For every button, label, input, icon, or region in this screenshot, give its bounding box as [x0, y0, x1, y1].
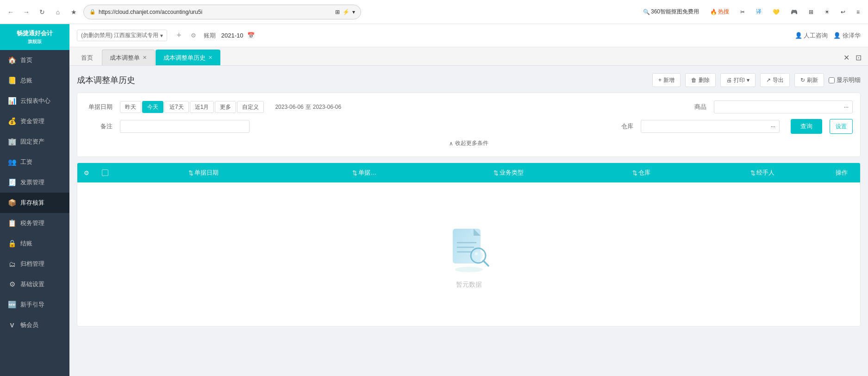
close-all-tabs-btn[interactable]: ✕	[840, 51, 852, 63]
sidebar-item-reports[interactable]: 📊 云报表中心	[0, 91, 69, 111]
show-detail-checkbox-wrapper[interactable]: 显示明细	[829, 76, 861, 84]
tab-home[interactable]: 首页	[73, 50, 101, 65]
tab-cost-history-close[interactable]: ✕	[208, 55, 212, 61]
sidebar-item-fixed-assets-label: 固定资产	[20, 138, 44, 146]
back-button[interactable]: ←	[5, 6, 17, 18]
sidebar-item-tax[interactable]: 📋 税务管理	[0, 213, 69, 233]
brightness-btn[interactable]: ☀	[821, 6, 833, 19]
bookmark-button[interactable]: ★	[68, 6, 80, 18]
remark-label: 备注	[85, 122, 112, 131]
date-more-btn[interactable]: 更多	[215, 101, 236, 113]
sidebar-item-close[interactable]: 🔒 结账	[0, 233, 69, 254]
query-btn[interactable]: 查询	[791, 119, 822, 134]
table-header-checkbox[interactable]	[96, 169, 114, 176]
content-area: 成本调整单历史 + 新增 🗑 删除 🖨 打印 ▾	[69, 66, 868, 376]
docno-col-text: 单据…	[358, 169, 376, 177]
sidebar-item-invoices[interactable]: 🧾 发票管理	[0, 172, 69, 193]
tab-cost-adjust-close[interactable]: ✕	[143, 55, 147, 61]
delete-btn[interactable]: 🗑 删除	[685, 73, 716, 87]
game-btn[interactable]: 🎮	[787, 6, 801, 19]
table-header-operator[interactable]: ⇅ 经手人	[702, 169, 823, 177]
delete-icon: 🗑	[691, 77, 697, 83]
sidebar-item-payroll[interactable]: 👥 工资	[0, 152, 69, 172]
sidebar-item-home[interactable]: 🏠 首页	[0, 50, 69, 70]
user-service-icon: 👤	[795, 32, 802, 39]
company-dropdown-icon: ▾	[160, 32, 163, 39]
sidebar-item-vip[interactable]: V 畅会员	[0, 315, 69, 335]
calendar-icon[interactable]: 📅	[247, 32, 255, 39]
show-detail-checkbox[interactable]	[829, 77, 835, 83]
filter-settings-label: 设置	[836, 123, 847, 131]
translate-btn[interactable]: 译	[752, 6, 765, 19]
sidebar-item-fixed-assets[interactable]: 🏢 固定资产	[0, 132, 69, 152]
date-yesterday-btn[interactable]: 昨天	[120, 101, 141, 113]
wallet-btn[interactable]: 💛	[769, 6, 783, 19]
table-header-doc-no[interactable]: ⇅ 单据…	[293, 169, 437, 177]
header-checkbox[interactable]	[102, 169, 108, 176]
app-logo: 畅捷通好会计 旗舰版	[0, 24, 69, 50]
tab-cost-history-label: 成本调整单历史	[163, 54, 206, 62]
settings-gear-btn[interactable]: ⚙	[191, 32, 196, 39]
search-tool-btn[interactable]: 🔍 360智能抠图免费用	[639, 6, 703, 19]
remark-input[interactable]	[120, 120, 250, 133]
filter-settings-btn[interactable]: 设置	[830, 119, 853, 134]
sidebar-item-inventory[interactable]: 📦 库存核算	[0, 193, 69, 213]
new-btn-label: 新增	[663, 76, 674, 84]
sidebar-item-guide[interactable]: 🆕 新手引导	[0, 295, 69, 315]
sidebar-item-ledger-label: 总账	[20, 76, 32, 85]
home-button[interactable]: ⌂	[52, 6, 64, 18]
add-company-btn[interactable]: +	[171, 29, 187, 43]
refresh-page-btn[interactable]: ↻ 刷新	[794, 73, 824, 87]
sidebar-item-ledger[interactable]: 📒 总账	[0, 70, 69, 91]
sidebar-item-settings[interactable]: ⚙ 基础设置	[0, 274, 69, 295]
filter-row-warehouse: 备注 仓库 ··· 查询 设置	[85, 119, 853, 134]
tab-cost-history[interactable]: 成本调整单历史 ✕	[156, 50, 220, 65]
date-today-btn[interactable]: 今天	[142, 101, 163, 113]
actions-col-text: 操作	[836, 169, 848, 177]
main-area: (勿删勿禁用) 江西服宝测试专用 ▾ + ⚙ 账期 2021-10 📅 👤 人工…	[69, 24, 868, 376]
date-7days-btn[interactable]: 近7天	[164, 101, 189, 113]
export-btn[interactable]: ↗ 导出	[760, 73, 790, 87]
company-selector[interactable]: (勿删勿禁用) 江西服宝测试专用 ▾	[77, 30, 167, 41]
refresh-button[interactable]: ↻	[36, 6, 48, 18]
date-shortcuts: 昨天 今天 近7天 近1月 更多 自定义	[120, 101, 264, 113]
new-btn[interactable]: + 新增	[652, 73, 681, 87]
sidebar-item-guide-label: 新手引导	[20, 301, 44, 309]
table-header-biz-type[interactable]: ⇅ 业务类型	[437, 169, 581, 177]
user-profile-btn[interactable]: 👤 徐泽华	[833, 31, 861, 40]
undo-btn[interactable]: ↩	[837, 6, 849, 19]
sidebar-item-reports-label: 云报表中心	[20, 97, 50, 105]
table-header-date[interactable]: ⇅ 单据日期	[114, 169, 293, 177]
warehouse-filter-select[interactable]: ···	[641, 120, 780, 133]
plus-icon: +	[658, 77, 662, 83]
svg-line-9	[483, 261, 488, 266]
forward-button[interactable]: →	[20, 6, 32, 18]
operator-col-text: 经手人	[756, 169, 774, 177]
goods-filter-select[interactable]: ···	[714, 100, 853, 113]
print-btn[interactable]: 🖨 打印 ▾	[720, 73, 756, 87]
filter-row-date: 单据日期 昨天 今天 近7天 近1月 更多 自定义 2023-06-06 至 2…	[85, 100, 853, 113]
sidebar-item-tax-label: 税务管理	[20, 219, 44, 227]
hot-search-btn[interactable]: 🔥 热搜	[706, 6, 733, 19]
address-bar[interactable]: 🔒 https://cloud.chanjet.com/accounting/u…	[83, 5, 361, 19]
top-bar-left: (勿删勿禁用) 江西服宝测试专用 ▾ + ⚙ 账期 2021-10 📅	[77, 29, 789, 43]
date-to: 2023-06-06	[313, 104, 341, 110]
collapse-btn[interactable]: ∧ 收起更多条件	[449, 139, 488, 147]
logo-sub: 旗舰版	[28, 38, 42, 45]
sidebar-item-close-label: 结账	[20, 239, 32, 248]
menu-btn[interactable]: ≡	[853, 6, 863, 19]
warehouse-col-label: ⇅	[632, 169, 637, 176]
table-header-settings[interactable]: ⚙	[77, 169, 96, 176]
user-service-btn[interactable]: 👤 人工咨询	[795, 31, 828, 40]
date-1month-btn[interactable]: 近1月	[190, 101, 214, 113]
sidebar-item-funds[interactable]: 💰 资金管理	[0, 111, 69, 132]
table-header-warehouse[interactable]: ⇅ 仓库	[581, 169, 702, 177]
date-custom-btn[interactable]: 自定义	[237, 101, 264, 113]
archive-icon: 🗂	[7, 260, 17, 268]
scissors-btn[interactable]: ✂	[737, 6, 749, 19]
tab-cost-adjust[interactable]: 成本调整单 ✕	[102, 50, 155, 65]
expand-btn[interactable]: ⊡	[852, 51, 864, 63]
sidebar-item-archive[interactable]: 🗂 归档管理	[0, 254, 69, 274]
grid-btn[interactable]: ⊞	[805, 6, 817, 19]
sidebar-item-funds-label: 资金管理	[20, 117, 44, 125]
